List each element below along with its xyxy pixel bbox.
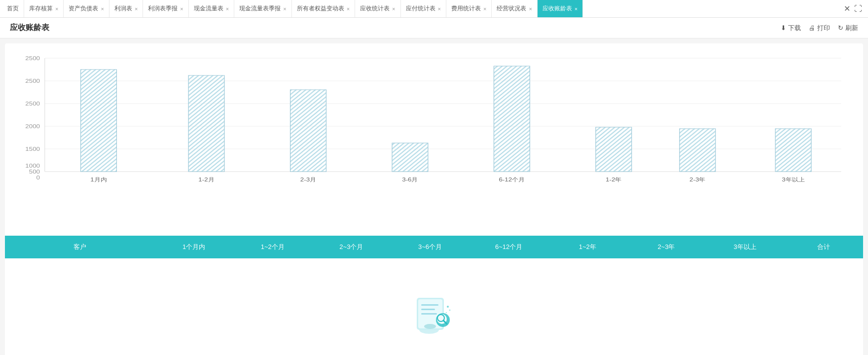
bar-chart: 2500 2500 2500 2000 1500 1000 500 0: [15, 53, 853, 191]
th-2-3month: 2~3个月: [312, 236, 391, 258]
svg-point-41: [424, 324, 436, 329]
tab-profit[interactable]: 利润表 ×: [109, 0, 143, 18]
svg-text:1月内: 1月内: [90, 177, 107, 183]
tab-close-ar-aging[interactable]: ×: [575, 6, 578, 12]
main-content: 2500 2500 2500 2000 1500 1000 500 0: [5, 43, 863, 355]
svg-text:2500: 2500: [25, 101, 40, 107]
tab-ar-aging[interactable]: 应收账龄表 ×: [538, 0, 583, 18]
tab-bar: 首页 库存核算 × 资产负债表 × 利润表 × 利润表季报 × 现金流量表 × …: [0, 0, 868, 18]
th-2-3year: 2~3年: [627, 236, 706, 258]
tab-close-inventory[interactable]: ×: [55, 6, 58, 12]
svg-text:1-2月: 1-2月: [198, 177, 214, 183]
tab-ap-stat[interactable]: 应付统计表 ×: [401, 0, 446, 18]
svg-rect-16: [188, 75, 224, 172]
th-6-12month: 6~12个月: [470, 236, 548, 258]
page-header: 应收账龄表 ⬇ 下载 🖨 打印 ↻ 刷新: [0, 18, 868, 38]
svg-point-43: [449, 310, 451, 311]
svg-text:3-6月: 3-6月: [402, 177, 418, 183]
tab-close-balance[interactable]: ×: [101, 6, 104, 12]
window-close-button[interactable]: ✕: [844, 4, 850, 13]
tab-close-ap-stat[interactable]: ×: [438, 6, 441, 12]
th-3-6month: 3~6个月: [391, 236, 470, 258]
refresh-icon: ↻: [838, 24, 843, 32]
svg-text:3年以上: 3年以上: [782, 177, 805, 183]
chart-area: 2500 2500 2500 2000 1500 1000 500 0: [5, 43, 863, 236]
svg-rect-20: [596, 127, 632, 172]
svg-rect-18: [392, 143, 428, 172]
print-button[interactable]: 🖨 打印: [809, 24, 830, 33]
tab-profit-quarterly[interactable]: 利润表季报 ×: [143, 0, 188, 18]
th-total: 合计: [784, 236, 863, 258]
svg-rect-35: [421, 309, 435, 310]
th-1-2month: 1~2个月: [233, 236, 312, 258]
svg-text:2500: 2500: [25, 78, 40, 84]
page-title: 应收账龄表: [10, 23, 49, 33]
svg-rect-15: [81, 70, 117, 172]
tab-cashflow[interactable]: 现金流量表 ×: [189, 0, 234, 18]
tab-balance[interactable]: 资产负债表 ×: [64, 0, 109, 18]
svg-text:2-3年: 2-3年: [689, 177, 705, 183]
th-1month: 1个月内: [154, 236, 233, 258]
download-icon: ⬇: [781, 24, 786, 32]
tab-cashflow-quarterly[interactable]: 现金流量表季报 ×: [234, 0, 291, 18]
tab-close-cashflow-quarterly[interactable]: ×: [283, 6, 286, 12]
tab-inventory[interactable]: 库存核算 ×: [24, 0, 64, 18]
svg-text:500: 500: [29, 169, 40, 175]
th-customer: 客户: [5, 236, 154, 258]
tab-close-expense-stat[interactable]: ×: [483, 6, 486, 12]
empty-document-icon: [409, 288, 459, 337]
tab-expense-stat[interactable]: 费用统计表 ×: [446, 0, 492, 18]
tab-close-ar-stat[interactable]: ×: [392, 6, 395, 12]
tab-close-ops-status[interactable]: ×: [529, 6, 532, 12]
svg-text:1000: 1000: [25, 163, 40, 169]
refresh-button[interactable]: ↻ 刷新: [838, 24, 858, 33]
table-header: 客户 1个月内 1~2个月 2~3个月 3~6个月 6~12个月 1~2年 2~…: [5, 236, 863, 258]
svg-rect-17: [290, 90, 326, 172]
svg-point-44: [446, 312, 447, 313]
tab-ar-stat[interactable]: 应收统计表 ×: [355, 0, 400, 18]
svg-text:2500: 2500: [25, 55, 40, 62]
svg-text:1-2年: 1-2年: [606, 177, 621, 183]
svg-rect-21: [680, 129, 716, 172]
th-1-2year: 1~2年: [548, 236, 627, 258]
tab-close-profit[interactable]: ×: [135, 6, 138, 12]
download-button[interactable]: ⬇ 下载: [781, 24, 801, 33]
svg-text:2000: 2000: [25, 123, 40, 130]
svg-rect-34: [421, 304, 438, 306]
window-maximize-button[interactable]: ⛶: [854, 4, 862, 13]
tab-ops-status[interactable]: 经营状况表 ×: [492, 0, 537, 18]
print-icon: 🖨: [809, 24, 815, 32]
svg-rect-19: [494, 66, 530, 172]
tab-close-equity[interactable]: ×: [347, 6, 350, 12]
tab-close-cashflow[interactable]: ×: [226, 6, 229, 12]
tab-equity[interactable]: 所有者权益变动表 ×: [292, 0, 355, 18]
empty-icon: [409, 288, 459, 347]
svg-rect-36: [421, 313, 437, 315]
window-controls: ✕ ⛶: [840, 4, 866, 13]
th-3plus-year: 3年以上: [706, 236, 785, 258]
tab-home[interactable]: 首页: [2, 0, 24, 18]
svg-point-42: [447, 306, 449, 308]
svg-rect-22: [775, 129, 811, 172]
empty-state: [5, 258, 863, 355]
tab-close-profit-quarterly[interactable]: ×: [180, 6, 183, 12]
header-actions: ⬇ 下载 🖨 打印 ↻ 刷新: [781, 24, 858, 33]
svg-text:6-12个月: 6-12个月: [499, 177, 525, 183]
svg-text:1500: 1500: [25, 146, 40, 152]
svg-text:0: 0: [36, 175, 40, 181]
svg-text:2-3月: 2-3月: [300, 177, 316, 183]
